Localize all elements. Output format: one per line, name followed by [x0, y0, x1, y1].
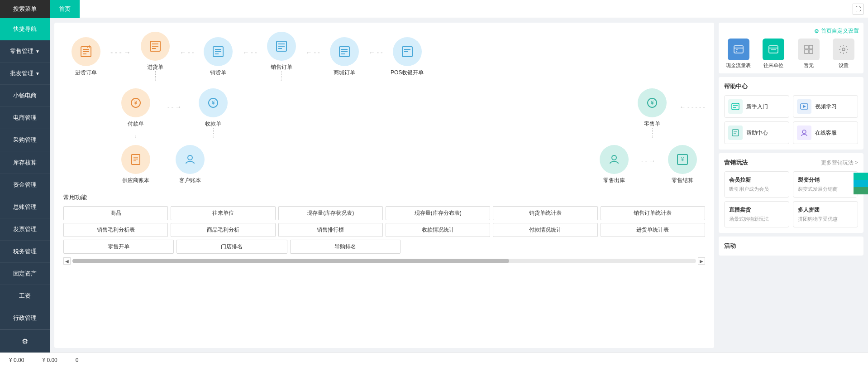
quick-icon-cashflow[interactable]: 现金流量表	[723, 39, 754, 69]
search-menu-label: 搜索菜单	[13, 5, 37, 13]
v-connector-5: ↓	[630, 128, 675, 139]
flow-node-lingshou-chuku: 零售出库	[591, 145, 637, 184]
scroll-right-button[interactable]: ▶	[698, 257, 705, 265]
marketing-item-group-title: 多人拼团	[798, 206, 853, 214]
sidebar-item-quicknav[interactable]: 快捷导航	[0, 18, 50, 40]
func-btn-goods-gross[interactable]: 商品毛利分析	[171, 223, 275, 237]
sidebar-item-wholesale[interactable]: 批发管理 ▼	[0, 63, 50, 85]
func-btn-goods[interactable]: 商品	[63, 206, 168, 220]
flow-label: 零售结算	[672, 177, 693, 184]
marketing-card: 营销玩法 更多营销玩法 > 会员拉新 吸引用户成为会员 裂变分销 裂变式发展分销…	[719, 153, 863, 233]
sidebar-item-purchase[interactable]: 采购管理	[0, 129, 50, 151]
sidebar-item-ecommerce[interactable]: 电商管理	[0, 107, 50, 129]
func-btn-sales-stat[interactable]: 销货单统计表	[493, 206, 597, 220]
float-btn-community[interactable]: 服务社区	[854, 180, 868, 187]
func-btn-stock2[interactable]: 现存量(库存分布表)	[386, 206, 490, 220]
svg-text:¥: ¥	[681, 156, 684, 163]
svg-point-33	[188, 155, 192, 160]
func-btn-gross-analysis[interactable]: 销售毛利分析表	[63, 223, 168, 237]
help-card: 帮助中心 新手入门	[719, 77, 863, 150]
quick-icon-none-box	[798, 39, 820, 60]
func-btn-sales-rank[interactable]: 销售排行榜	[278, 223, 383, 237]
tab-home[interactable]: 首页	[50, 0, 80, 18]
sidebar-item-finance[interactable]: 资金管理	[0, 174, 50, 196]
marketing-item-group[interactable]: 多人拼团 拼团购物享受优惠	[793, 201, 858, 227]
help-item-beginner[interactable]: 新手入门	[724, 95, 789, 118]
fullscreen-button[interactable]: ⛶	[853, 4, 863, 14]
sidebar-item-label: 快捷导航	[13, 25, 37, 33]
sidebar-item-label: 资金管理	[13, 181, 37, 189]
float-btn-service[interactable]: 客服热线	[854, 173, 868, 180]
activity-card: 活动	[719, 237, 863, 256]
svg-rect-46	[805, 50, 808, 53]
svg-text:¥: ¥	[650, 100, 654, 106]
marketing-item-member[interactable]: 会员拉新 吸引用户成为会员	[724, 171, 789, 198]
sidebar-item-retail[interactable]: 零售管理 ▼	[0, 40, 50, 63]
content-area: 进货订单 - - - →	[50, 18, 868, 353]
flow-node-xiaoshou-dingdan: 销售订单 ↓	[259, 32, 304, 82]
svg-rect-45	[809, 45, 813, 49]
common-functions-title: 常用功能	[63, 193, 705, 202]
func-btn-store-rank[interactable]: 门店排名	[176, 240, 287, 254]
func-btn-payment-stat[interactable]: 付款情况统计	[493, 223, 597, 237]
func-btn-collection-stat[interactable]: 收款情况统计	[386, 223, 490, 237]
sidebar-item-label: 电商管理	[13, 114, 37, 122]
marketing-item-live[interactable]: 直播卖货 场景式购物新玩法	[724, 201, 789, 227]
help-beginner-label: 新手入门	[746, 103, 768, 111]
flow-node-customer-account: 客户账本	[167, 145, 213, 184]
sidebar-item-label: 行政管理	[13, 314, 37, 322]
scroll-thumb	[72, 259, 509, 263]
scroll-track[interactable]	[72, 259, 696, 263]
quick-icon-cashflow-label: 现金流量表	[726, 62, 751, 69]
marketing-header: 营销玩法 更多营销玩法 >	[724, 159, 858, 167]
help-item-help-center[interactable]: 帮助中心	[724, 121, 789, 144]
help-item-online-service[interactable]: 在线客服	[793, 121, 858, 144]
sidebar-item-invoice[interactable]: 发票管理	[0, 218, 50, 241]
common-functions: 常用功能 商品 往来单位 现存量(库存状况表) 现存量(库存分布表) 销货单统计…	[63, 193, 705, 254]
sidebar-item-assets[interactable]: 固定资产	[0, 263, 50, 285]
marketing-item-live-desc: 场景式购物新玩法	[729, 216, 784, 222]
func-btn-retail-order[interactable]: 零售开单	[63, 240, 174, 254]
func-btn-stock1[interactable]: 现存量(库存状况表)	[278, 206, 383, 220]
quick-icon-none[interactable]: 暂无	[793, 39, 824, 69]
top-right-area: ⛶	[853, 4, 868, 14]
search-menu-button[interactable]: 搜索菜单	[0, 0, 50, 18]
arrow-icon: ▼	[35, 71, 40, 76]
scroll-bar-area: ◀ ▶	[63, 257, 705, 265]
sidebar-item-ledger[interactable]: 总账管理	[0, 196, 50, 218]
flow-circle-lingshou-jiesuan: ¥	[668, 145, 697, 174]
func-btn-sales-order-stat[interactable]: 销售订单统计表	[601, 206, 705, 220]
float-btn-desktop[interactable]: 桌面快捷	[854, 187, 868, 194]
sidebar-item-inventory[interactable]: 库存核算	[0, 151, 50, 174]
flow-circle-pos	[393, 37, 422, 66]
flow-node-lingshou-jiesuan: ¥ 零售结算	[660, 145, 705, 184]
marketing-item-fission[interactable]: 裂变分销 裂变式发展分销商	[793, 171, 858, 198]
flow-node-pos: POS收银开单	[385, 37, 430, 77]
quick-access-header[interactable]: ⚙ 首页自定义设置	[723, 27, 859, 35]
func-btn-guide-rank[interactable]: 导购排名	[290, 240, 401, 254]
quick-icon-units[interactable]: 往来单位	[758, 39, 789, 69]
sidebar-item-xce[interactable]: 小畅电商	[0, 85, 50, 107]
quick-icon-settings-box	[833, 39, 854, 60]
flow-row-3: 供应商账本	[63, 145, 705, 184]
quick-icon-settings[interactable]: 设置	[829, 39, 859, 69]
scroll-left-button[interactable]: ◀	[63, 257, 71, 265]
svg-rect-37	[734, 46, 743, 53]
func-btn-purchase-stat[interactable]: 进货单统计表	[601, 223, 705, 237]
sidebar-item-payroll[interactable]: 工资	[0, 285, 50, 307]
marketing-item-member-desc: 吸引用户成为会员	[729, 186, 784, 193]
flow-circle-fukuan: ¥	[121, 88, 150, 117]
sidebar-settings-button[interactable]: ⚙	[0, 330, 50, 353]
sidebar-item-tax[interactable]: 税务管理	[0, 241, 50, 263]
flow-label: 付款单	[128, 120, 144, 128]
sidebar-item-label: 采购管理	[13, 136, 37, 144]
settings-icon: ⚙	[22, 337, 28, 346]
help-item-video[interactable]: 视频学习	[793, 95, 858, 118]
more-marketing-link[interactable]: 更多营销玩法 >	[821, 159, 858, 167]
sidebar-item-admin[interactable]: 行政管理	[0, 307, 50, 329]
marketing-grid: 会员拉新 吸引用户成为会员 裂变分销 裂变式发展分销商 直播卖货 场景式购物新玩…	[724, 171, 858, 227]
func-btn-units[interactable]: 往来单位	[171, 206, 275, 220]
flow-row-2: ¥ 付款单 ↓ - - →	[63, 88, 705, 139]
help-title: 帮助中心	[724, 82, 858, 91]
v-connector-4: ↓	[191, 128, 236, 139]
